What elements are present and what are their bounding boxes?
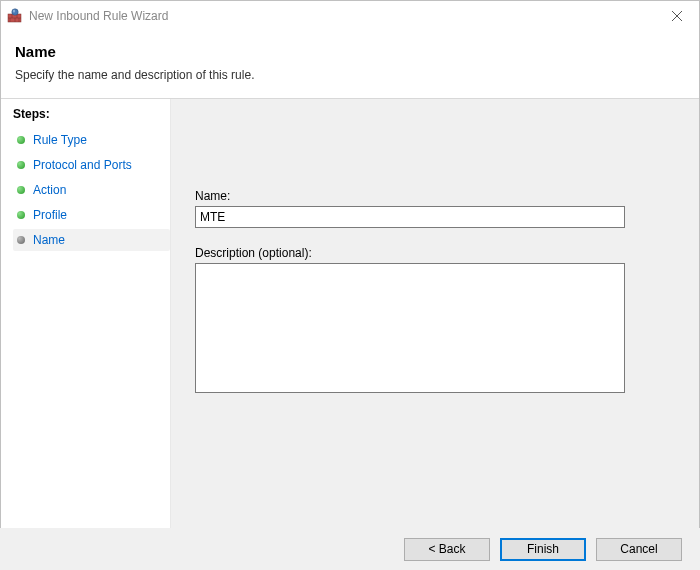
steps-label: Steps: [13,107,170,121]
svg-point-8 [13,9,15,12]
page-heading: Name [15,43,685,60]
titlebar: New Inbound Rule Wizard [1,1,699,31]
step-bullet-icon [17,161,25,169]
step-protocol-and-ports[interactable]: Protocol and Ports [13,154,170,176]
steps-sidebar: Steps: Rule Type Protocol and Ports Acti… [1,99,171,549]
name-label: Name: [195,189,671,203]
step-label: Rule Type [33,133,87,147]
step-bullet-icon [17,186,25,194]
step-label: Name [33,233,65,247]
description-label: Description (optional): [195,246,671,260]
step-bullet-icon [17,136,25,144]
step-bullet-icon [17,236,25,244]
step-profile[interactable]: Profile [13,204,170,226]
step-label: Protocol and Ports [33,158,132,172]
description-input[interactable] [195,263,625,393]
close-button[interactable] [654,1,699,31]
name-input[interactable] [195,206,625,228]
step-action[interactable]: Action [13,179,170,201]
wizard-header: Name Specify the name and description of… [1,31,699,92]
description-field-group: Description (optional): [195,246,671,396]
cancel-button[interactable]: Cancel [596,538,682,561]
svg-point-7 [12,9,18,15]
wizard-footer: < Back Finish Cancel [0,528,700,570]
window-title: New Inbound Rule Wizard [29,9,168,23]
name-field-group: Name: [195,189,671,228]
step-rule-type[interactable]: Rule Type [13,129,170,151]
step-label: Profile [33,208,67,222]
step-label: Action [33,183,66,197]
wizard-main: Name: Description (optional): [171,99,699,549]
finish-button[interactable]: Finish [500,538,586,561]
firewall-icon [7,8,23,24]
step-name[interactable]: Name [13,229,170,251]
page-subtitle: Specify the name and description of this… [15,68,685,82]
step-bullet-icon [17,211,25,219]
back-button[interactable]: < Back [404,538,490,561]
wizard-body: Steps: Rule Type Protocol and Ports Acti… [1,99,699,549]
